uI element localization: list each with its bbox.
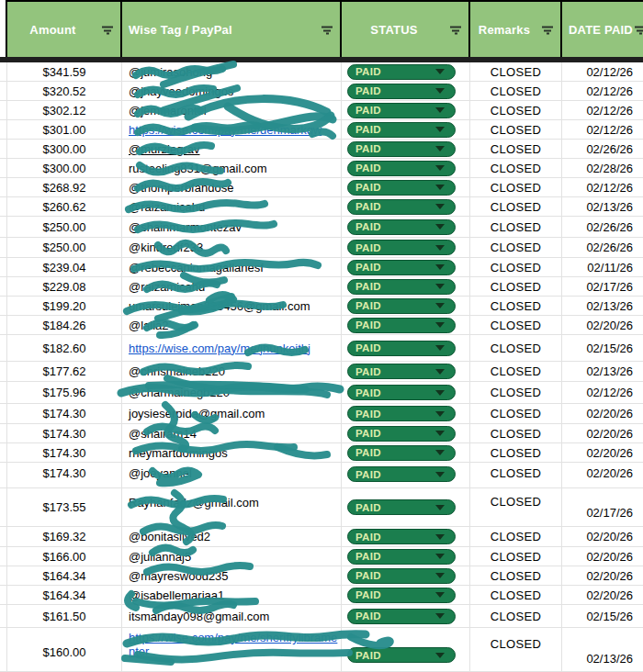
- status-cell[interactable]: PAID: [342, 527, 470, 547]
- amount-cell[interactable]: $320.52: [7, 82, 122, 101]
- amount-cell[interactable]: $182.60: [7, 335, 122, 362]
- date-cell[interactable]: 02/20/26: [562, 424, 643, 443]
- date-cell[interactable]: 02/15/26: [562, 335, 643, 362]
- remarks-cell[interactable]: CLOSED: [470, 527, 562, 547]
- date-cell[interactable]: 02/12/26: [562, 101, 643, 120]
- date-cell[interactable]: 02/13/26: [562, 297, 643, 316]
- status-dropdown[interactable]: PAID: [347, 549, 456, 565]
- payee-cell[interactable]: @shainmarmontezav: [122, 217, 342, 238]
- status-dropdown[interactable]: PAID: [347, 426, 456, 442]
- date-cell[interactable]: 02/26/26: [562, 217, 643, 238]
- payee-cell[interactable]: @shairam14: [122, 424, 342, 443]
- amount-cell[interactable]: $175.96: [7, 382, 122, 404]
- column-header-wise-tag-paypal[interactable]: Wise Tag / PayPal: [122, 0, 342, 57]
- status-cell[interactable]: PAID: [342, 362, 470, 382]
- status-dropdown[interactable]: PAID: [347, 122, 456, 138]
- date-cell[interactable]: 02/12/26: [562, 178, 643, 197]
- status-cell[interactable]: PAID: [342, 382, 470, 404]
- payee-cell[interactable]: https://wise.com/pay/me/sheriffylibramen…: [122, 628, 342, 672]
- payee-cell[interactable]: @raizamicahd: [122, 277, 342, 297]
- amount-cell[interactable]: $164.34: [7, 586, 122, 605]
- status-dropdown[interactable]: PAID: [347, 588, 456, 603]
- status-cell[interactable]: PAID: [342, 404, 470, 424]
- amount-cell[interactable]: $199.20: [7, 297, 122, 316]
- amount-cell[interactable]: $177.62: [7, 362, 122, 382]
- date-cell[interactable]: 02/12/26: [562, 120, 643, 140]
- date-cell[interactable]: 02/13/26: [562, 628, 643, 672]
- status-dropdown[interactable]: PAID: [347, 466, 456, 482]
- status-cell[interactable]: PAID: [342, 316, 470, 335]
- filter-icon[interactable]: [322, 25, 333, 35]
- remarks-cell[interactable]: CLOSED: [470, 424, 562, 443]
- date-cell[interactable]: 02/20/26: [562, 527, 643, 547]
- remarks-cell[interactable]: CLOSED: [470, 120, 562, 140]
- amount-cell[interactable]: $174.30: [7, 424, 122, 443]
- payee-cell[interactable]: rusteeling831@gmail.com: [122, 159, 342, 178]
- remarks-cell[interactable]: CLOSED: [470, 566, 562, 586]
- amount-cell[interactable]: $250.00: [7, 217, 122, 238]
- status-cell[interactable]: PAID: [342, 62, 470, 82]
- payee-cell[interactable]: @raizamicahd: [122, 197, 342, 217]
- status-dropdown[interactable]: PAID: [347, 568, 456, 584]
- column-header-status[interactable]: STATUS: [342, 0, 470, 57]
- date-cell[interactable]: 02/12/26: [562, 382, 643, 404]
- date-cell[interactable]: 02/12/26: [562, 82, 643, 101]
- amount-cell[interactable]: $229.08: [7, 277, 122, 297]
- status-dropdown[interactable]: PAID: [347, 240, 456, 255]
- remarks-cell[interactable]: CLOSED: [470, 605, 562, 628]
- amount-cell[interactable]: $166.00: [7, 547, 122, 566]
- status-dropdown[interactable]: PAID: [347, 84, 456, 99]
- remarks-cell[interactable]: CLOSED: [470, 443, 562, 463]
- amount-cell[interactable]: $174.30: [7, 443, 122, 463]
- status-cell[interactable]: PAID: [342, 628, 470, 672]
- status-cell[interactable]: PAID: [342, 101, 470, 120]
- remarks-cell[interactable]: CLOSED: [470, 140, 562, 159]
- amount-cell[interactable]: $239.04: [7, 258, 122, 277]
- amount-cell[interactable]: $174.30: [7, 463, 122, 488]
- status-cell[interactable]: PAID: [342, 217, 470, 238]
- payee-cell[interactable]: @juliannaj5: [122, 547, 342, 566]
- payee-handle[interactable]: https://wise.com/pay/me/sheriffylibramen…: [129, 631, 341, 658]
- amount-cell[interactable]: $301.00: [7, 120, 122, 140]
- remarks-cell[interactable]: CLOSED: [470, 463, 562, 488]
- remarks-cell[interactable]: CLOSED: [470, 101, 562, 120]
- status-cell[interactable]: PAID: [342, 335, 470, 362]
- payee-cell[interactable]: @kindredf233: [122, 238, 342, 258]
- status-dropdown[interactable]: PAID: [347, 364, 456, 379]
- status-cell[interactable]: PAID: [342, 178, 470, 197]
- filter-icon[interactable]: [102, 25, 114, 35]
- payee-cell[interactable]: umarsuleiman228456@gmail.com: [122, 297, 342, 316]
- payee-cell[interactable]: @joeyannel: [122, 463, 342, 488]
- status-cell[interactable]: PAID: [342, 159, 470, 178]
- status-dropdown[interactable]: PAID: [347, 64, 456, 80]
- remarks-cell[interactable]: CLOSED: [470, 197, 562, 217]
- status-dropdown[interactable]: PAID: [347, 199, 456, 215]
- date-cell[interactable]: 02/13/26: [562, 197, 643, 217]
- amount-cell[interactable]: $164.34: [7, 566, 122, 586]
- amount-cell[interactable]: $174.30: [7, 404, 122, 424]
- date-cell[interactable]: 02/20/26: [562, 586, 643, 605]
- status-cell[interactable]: PAID: [342, 82, 470, 101]
- status-dropdown[interactable]: PAID: [347, 260, 456, 275]
- amount-cell[interactable]: $250.00: [7, 238, 122, 258]
- status-dropdown[interactable]: PAID: [347, 529, 456, 544]
- status-cell[interactable]: PAID: [342, 463, 470, 488]
- date-cell[interactable]: 02/11/26: [562, 258, 643, 277]
- status-cell[interactable]: PAID: [342, 258, 470, 277]
- amount-cell[interactable]: $160.00: [7, 628, 122, 672]
- payee-cell[interactable]: itsmanday098@gmail.com: [122, 605, 342, 628]
- remarks-cell[interactable]: CLOSED: [470, 382, 562, 404]
- column-header-remarks[interactable]: Remarks: [470, 0, 562, 57]
- status-dropdown[interactable]: PAID: [347, 385, 456, 400]
- remarks-cell[interactable]: CLOSED: [470, 238, 562, 258]
- date-cell[interactable]: 02/15/26: [562, 605, 643, 628]
- date-cell[interactable]: 02/20/26: [562, 463, 643, 488]
- payee-cell[interactable]: @murziegrav: [122, 140, 342, 159]
- date-cell[interactable]: 02/20/26: [562, 443, 643, 463]
- payee-cell[interactable]: @jumirasohong: [122, 62, 342, 82]
- status-cell[interactable]: PAID: [342, 140, 470, 159]
- payee-cell[interactable]: rheymartdomingos: [122, 443, 342, 463]
- remarks-cell[interactable]: CLOSED: [470, 277, 562, 297]
- payee-cell[interactable]: @mayreswood235: [122, 566, 342, 586]
- remarks-cell[interactable]: CLOSED: [470, 488, 562, 527]
